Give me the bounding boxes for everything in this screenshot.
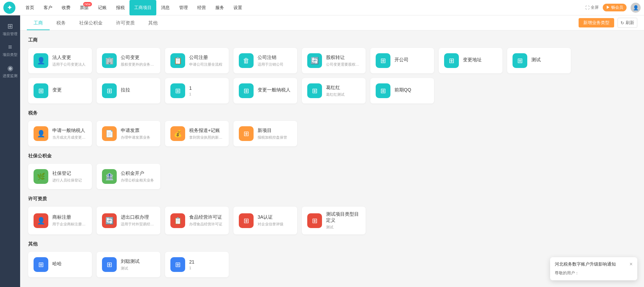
- card-icon-social-register: 🌿: [34, 169, 48, 184]
- sidebar-item-project-type[interactable]: ≡ 项目类型: [0, 40, 20, 61]
- nav-message[interactable]: 消息: [156, 0, 174, 15]
- sidebar: ⊞ 项目管理 ≡ 项目类型 ◉ 进度监测: [0, 15, 20, 287]
- card-apply-general-taxpayer[interactable]: 👤 申请一般纳税人 当月或次月成变更完成: [28, 121, 92, 146]
- card-3a-cert[interactable]: ⊞ 3A认证 对企业信誉评级: [233, 207, 297, 234]
- card-new-project[interactable]: ⊞ 新项目 报税加税控盘保管: [233, 121, 297, 146]
- nav-right: ⛶ 全屏 ▶ 畅会员 👤: [585, 3, 641, 13]
- card-change2[interactable]: ⊞ 变更: [28, 78, 92, 103]
- notif-title: 河北税务数字账户升级影响通知: [555, 261, 616, 267]
- section-title-social: 社保公积金: [28, 153, 636, 159]
- card-icon-food-license: 📋: [170, 213, 185, 228]
- card-icon-gehonghong: ⊞: [307, 83, 322, 98]
- nav-tax[interactable]: 报税: [111, 0, 129, 15]
- card-provident-fund[interactable]: 🏦 公积金开户 办理公积金相关业务: [97, 164, 160, 189]
- tab-commerce[interactable]: 工商: [27, 15, 50, 30]
- card-change-address[interactable]: ⊞ 变更地址: [439, 48, 502, 73]
- sidebar-item-progress[interactable]: ◉ 进度监测: [0, 61, 20, 82]
- card-icon-3a-cert: ⊞: [239, 213, 254, 228]
- card-21[interactable]: ⊞ 21 1: [165, 252, 229, 277]
- card-company-change[interactable]: 🏢 公司变更 股权变更外的业务变更: [97, 48, 160, 73]
- tab-bar: 工商 税务 社保公积金 许可资质 其他 新增业务类型 ↻ 刷新: [20, 15, 644, 30]
- social-card-grid: 🌿 社保登记 进行人员社保登记 🏦 公积金开户 办理公积金相关业务: [28, 164, 636, 189]
- nav-ticket[interactable]: 票据 new: [75, 0, 93, 15]
- vip-icon: ▶: [606, 5, 610, 10]
- card-social-register[interactable]: 🌿 社保登记 进行人员社保登记: [28, 164, 92, 189]
- card-icon-import-export: 🔄: [102, 213, 117, 228]
- card-icon-haha: ⊞: [34, 257, 48, 272]
- card-open-company[interactable]: ⊞ 开公司: [370, 48, 434, 73]
- refresh-icon: ↻: [621, 20, 624, 25]
- content-area: 工商 👤 法人变更 适用于公司变更法人 🏢 公司变更 股权变更外的业务变更 📋: [20, 30, 644, 287]
- card-change-general[interactable]: ⊞ 变更一般纳税人: [233, 78, 297, 103]
- card-icon-change-general: ⊞: [239, 83, 254, 98]
- project-manage-icon: ⊞: [7, 22, 13, 30]
- sidebar-item-project-manage[interactable]: ⊞ 项目管理: [0, 19, 20, 40]
- tax-card-grid: 👤 申请一般纳税人 当月或次月成变更完成 📄 申请发票 办理申请发票业务 💰 税…: [28, 121, 636, 146]
- section-title-commerce: 工商: [28, 37, 636, 43]
- card-legal-change[interactable]: 👤 法人变更 适用于公司变更法人: [28, 48, 92, 73]
- nav-home[interactable]: 首页: [21, 0, 39, 15]
- tab-license[interactable]: 许可资质: [109, 15, 142, 30]
- card-icon-tax-report: 💰: [170, 126, 185, 141]
- card-icon-legal-change: 👤: [34, 53, 48, 68]
- card-apply-invoice[interactable]: 📄 申请发票 办理申请发票业务: [97, 121, 160, 146]
- card-one[interactable]: ⊞ 1 1: [165, 78, 229, 103]
- notification-box: 河北税务数字账户升级影响通知 × 尊敬的用户：: [550, 257, 637, 280]
- nav-manage[interactable]: 管理: [174, 0, 193, 15]
- tab-social-security[interactable]: 社保公积金: [72, 15, 109, 30]
- avatar-icon: 👤: [633, 5, 639, 10]
- card-icon-company-change: 🏢: [102, 53, 117, 68]
- card-icon-change2: ⊞: [34, 83, 48, 98]
- notif-content: 尊敬的用户：: [555, 270, 633, 276]
- user-avatar[interactable]: 👤: [631, 3, 641, 13]
- license-card-grid: 👤 商标注册 用于企业商标注册服务 🔄 进出口权办理 适用于对外贸易经营者 📋 …: [28, 207, 636, 234]
- vip-button[interactable]: ▶ 畅会员: [603, 4, 627, 11]
- card-company-cancel[interactable]: 🗑 公司注销 适用于注销公司: [233, 48, 297, 73]
- card-prev-qq[interactable]: ⊞ 前期QQ: [370, 78, 434, 103]
- nav-bookkeeping[interactable]: 记账: [93, 0, 111, 15]
- notif-close-button[interactable]: ×: [630, 261, 633, 267]
- card-test-type-def[interactable]: ⊞ 测试项目类型目定义 测试: [302, 207, 366, 234]
- card-icon-lala: ⊞: [102, 83, 117, 98]
- card-gehonghong[interactable]: ⊞ 葛红红 葛红红测试: [302, 78, 366, 103]
- card-company-register[interactable]: 📋 公司注册 申请公司注册全流程: [165, 48, 229, 73]
- card-name-legal-change: 法人变更: [52, 55, 87, 61]
- fullscreen-btn[interactable]: ⛶ 全屏: [585, 5, 599, 10]
- main-content: 工商 税务 社保公积金 许可资质 其他 新增业务类型 ↻ 刷新 工商 👤 法人变…: [20, 15, 644, 287]
- card-icon-new-project: ⊞: [239, 126, 254, 141]
- card-test[interactable]: ⊞ 测试: [507, 48, 571, 73]
- card-icon-open-company: ⊞: [376, 53, 390, 68]
- fullscreen-icon: ⛶: [585, 5, 589, 10]
- nav-fee[interactable]: 收费: [57, 0, 75, 15]
- nav-operation[interactable]: 经营: [193, 0, 211, 15]
- nav-commerce[interactable]: 工商项目: [129, 0, 156, 15]
- tab-other[interactable]: 其他: [142, 15, 164, 30]
- section-title-other: 其他: [28, 241, 636, 247]
- commerce-card-grid: 👤 法人变更 适用于公司变更法人 🏢 公司变更 股权变更外的业务变更 📋 公司注…: [28, 48, 636, 103]
- card-haha[interactable]: ⊞ 哈哈: [28, 252, 92, 277]
- nav-service[interactable]: 服务: [211, 0, 229, 15]
- refresh-button[interactable]: ↻ 刷新: [618, 18, 637, 28]
- card-icon-trademark: 👤: [34, 213, 48, 228]
- section-title-tax: 税务: [28, 110, 636, 116]
- tab-tax[interactable]: 税务: [50, 15, 72, 30]
- card-liucong-test[interactable]: ⊞ 刘聪测试 测试: [97, 252, 160, 277]
- section-title-license: 许可资质: [28, 196, 636, 202]
- card-trademark[interactable]: 👤 商标注册 用于企业商标注册服务: [28, 207, 92, 234]
- card-icon-apply-invoice: 📄: [102, 126, 117, 141]
- nav-settings[interactable]: 设置: [229, 0, 247, 15]
- card-icon-apply-general: 👤: [34, 126, 48, 141]
- card-icon-test: ⊞: [513, 53, 527, 68]
- card-tax-report-bookkeeping[interactable]: 💰 税务报道+记账 拿到营业执照的新公司: [165, 121, 229, 146]
- card-equity-transfer[interactable]: 🔄 股权转让 公司变更需要股权转让: [302, 48, 366, 73]
- card-icon-company-cancel: 🗑: [239, 53, 254, 68]
- new-type-button[interactable]: 新增业务类型: [579, 18, 614, 27]
- card-food-license[interactable]: 📋 食品经营许可证 办理食品经营许可证: [165, 207, 229, 234]
- card-icon-one: ⊞: [170, 83, 185, 98]
- card-icon-equity-transfer: 🔄: [307, 53, 322, 68]
- nav-customer[interactable]: 客户: [39, 0, 57, 15]
- tab-actions: 新增业务类型 ↻ 刷新: [579, 18, 637, 28]
- new-badge: new: [83, 2, 92, 6]
- card-import-export[interactable]: 🔄 进出口权办理 适用于对外贸易经营者: [97, 207, 160, 234]
- card-lala[interactable]: ⊞ 拉拉: [97, 78, 160, 103]
